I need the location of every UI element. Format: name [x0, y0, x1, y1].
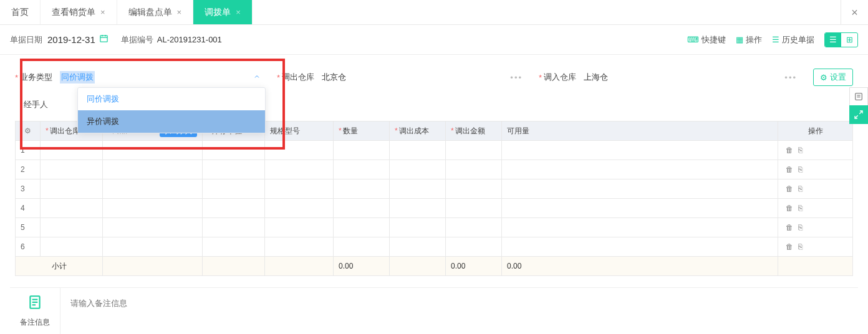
list-icon: ☰ [772, 35, 779, 44]
delete-icon[interactable]: 🗑 [786, 204, 793, 212]
number-label: 单据编号 [121, 34, 153, 45]
in-value: 上海仓 [584, 72, 608, 83]
required-mark: * [539, 73, 542, 82]
tab-home[interactable]: 首页 [0, 0, 41, 24]
close-all-button[interactable]: × [841, 0, 868, 25]
header-label: 可用量 [507, 126, 529, 135]
svg-line-11 [859, 111, 862, 114]
delete-icon[interactable]: 🗑 [786, 184, 793, 193]
table-row[interactable]: 5🗑⎘ [16, 218, 853, 237]
tab-view-sales[interactable]: 查看销货单× [41, 0, 117, 24]
remarks-panel: 备注信息 [10, 287, 858, 334]
dropdown-option-diff-price[interactable]: 异价调拨 [78, 110, 265, 133]
header-label: 操作 [808, 126, 823, 135]
operate-link[interactable]: ▦操作 [736, 34, 762, 45]
note-icon [27, 294, 43, 315]
settings-label: 设置 [830, 72, 846, 83]
link-label: 快捷键 [702, 34, 726, 45]
tabs-bar: 首页 查看销货单× 编辑盘点单× 调拨单× × [0, 0, 868, 25]
qty-header: *数量 [334, 122, 390, 141]
out-warehouse-group: * 调出仓库 北京仓 ••• [277, 69, 539, 85]
row-number: 3 [16, 179, 41, 199]
dropdown-option-same-price[interactable]: 同价调拨 [78, 88, 265, 110]
tab-label: 首页 [11, 7, 29, 18]
view-list-button[interactable]: ☰ [825, 33, 841, 47]
gear-icon: ⚙ [820, 73, 827, 82]
delete-icon[interactable]: 🗑 [786, 165, 793, 174]
date-value[interactable]: 2019-12-31 [47, 34, 95, 45]
copy-icon[interactable]: ⎘ [798, 223, 803, 232]
help-button[interactable] [849, 87, 868, 106]
out-warehouse-select[interactable]: 北京仓 ••• [322, 69, 539, 85]
shortcut-link[interactable]: ⌨快捷键 [687, 34, 726, 45]
biz-type-label: 业务类型 [20, 72, 60, 83]
gear-icon: ⚙ [24, 126, 31, 135]
tab-label: 调拨单 [205, 7, 231, 18]
required-mark: * [15, 73, 18, 82]
row-ops: 🗑⎘ [778, 218, 853, 237]
delete-icon[interactable]: 🗑 [786, 146, 793, 155]
more-icon: ••• [784, 73, 797, 82]
table-row[interactable]: 1🗑⎘ [16, 141, 853, 160]
tab-label: 编辑盘点单 [128, 7, 172, 18]
copy-icon[interactable]: ⎘ [798, 204, 803, 212]
number-value: AL-20191231-001 [157, 35, 222, 44]
info-row: 单据日期 2019-12-31 单据编号 AL-20191231-001 ⌨快捷… [0, 25, 868, 55]
row-number: 4 [16, 199, 41, 218]
copy-icon[interactable]: ⎘ [798, 146, 803, 155]
row-ops: 🗑⎘ [778, 179, 853, 199]
header-label: 调出仓库 [50, 126, 80, 135]
amount-header: *调出金额 [446, 122, 502, 141]
table-row[interactable]: 4🗑⎘ [16, 199, 853, 218]
link-label: 历史单据 [782, 34, 814, 45]
biz-type-dropdown: 同价调拨 异价调拨 [77, 87, 266, 133]
delete-icon[interactable]: 🗑 [786, 223, 793, 232]
header-label: 调出成本 [399, 126, 429, 135]
gear-column-header[interactable]: ⚙ [16, 122, 41, 141]
copy-icon[interactable]: ⎘ [798, 184, 803, 193]
subtotal-avail: 0.00 [502, 257, 778, 276]
link-label: 操作 [746, 34, 762, 45]
history-link[interactable]: ☰历史单据 [772, 34, 814, 45]
keyboard-icon: ⌨ [687, 35, 699, 44]
remarks-input[interactable] [60, 288, 858, 334]
view-grid-button[interactable]: ⊞ [841, 33, 857, 47]
table-wrap: ⚙ *调出仓库 *商品扫码录入 *库存单位 规格型号 *数量 *调出成本 *调出… [0, 121, 868, 276]
svg-rect-0 [100, 36, 107, 42]
table-row[interactable]: 6🗑⎘ [16, 237, 853, 257]
close-icon[interactable]: × [100, 7, 105, 17]
delete-icon[interactable]: 🗑 [786, 242, 793, 251]
close-icon[interactable]: × [177, 7, 182, 17]
subtotal-row: 小计 0.00 0.00 0.00 [16, 257, 853, 276]
table-row[interactable]: 2🗑⎘ [16, 160, 853, 179]
row-number: 2 [16, 160, 41, 179]
in-warehouse-group: * 调入仓库 上海仓 ••• ⚙设置 [539, 69, 853, 86]
tab-edit-inventory[interactable]: 编辑盘点单× [117, 0, 194, 24]
biz-type-value: 同价调拨 [60, 71, 95, 84]
settings-button[interactable]: ⚙设置 [813, 69, 853, 86]
subtotal-amount: 0.00 [446, 257, 502, 276]
copy-icon[interactable]: ⎘ [798, 165, 803, 174]
required-mark: * [277, 73, 280, 82]
tab-transfer[interactable]: 调拨单× [193, 0, 253, 24]
subtotal-qty: 0.00 [334, 257, 390, 276]
spec-header: 规格型号 [265, 122, 334, 141]
copy-icon[interactable]: ⎘ [798, 242, 803, 251]
row-number: 1 [16, 141, 41, 160]
header-label: 数量 [343, 126, 358, 135]
ops-header: 操作 [778, 122, 853, 141]
out-value: 北京仓 [322, 72, 346, 83]
expand-button[interactable] [849, 105, 868, 124]
row-number: 6 [16, 237, 41, 257]
biz-type-select[interactable]: 同价调拨 [60, 69, 277, 86]
close-icon[interactable]: × [236, 7, 241, 17]
header-label: 规格型号 [270, 126, 300, 135]
out-label: 调出仓库 [282, 72, 322, 83]
more-icon: ••• [510, 73, 523, 82]
data-table: ⚙ *调出仓库 *商品扫码录入 *库存单位 规格型号 *数量 *调出成本 *调出… [15, 121, 853, 276]
table-row[interactable]: 3🗑⎘ [16, 179, 853, 199]
in-warehouse-select[interactable]: 上海仓 ••• [584, 69, 813, 85]
row-ops: 🗑⎘ [778, 141, 853, 160]
calendar-icon[interactable] [99, 34, 109, 45]
avail-header: 可用量 [502, 122, 778, 141]
